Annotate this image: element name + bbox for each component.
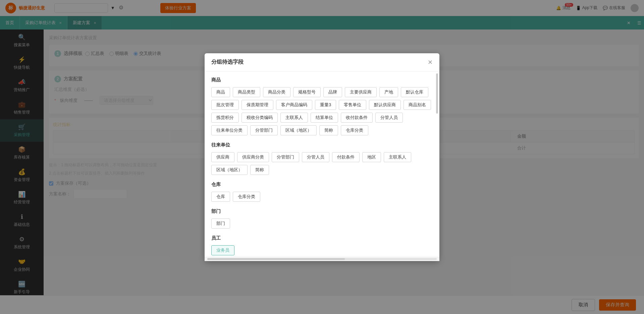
field-tag[interactable]: 收付款条件 [341,113,373,123]
field-tag[interactable]: 结算单位 [311,113,338,123]
section-dept: 部门 部门 [211,208,433,229]
field-tag[interactable]: 商品类型 [233,87,260,97]
section-dept-tags: 部门 [211,218,433,229]
field-tag[interactable]: 区域（地区） [211,165,248,175]
modal-title: 分组待选字段 [211,59,244,66]
field-tag[interactable]: 往来单位分类 [211,125,248,135]
modal-close-button[interactable]: ✕ [428,59,433,66]
section-goods-tags: 商品 商品类型 商品分类 规格型号 品牌 主要供应商 产地 默认仓库 批次管理 … [211,87,433,135]
field-tag[interactable]: 默认供应商 [369,100,401,110]
field-tag[interactable]: 分管人员 [375,113,403,123]
field-tag[interactable]: 简称 [319,125,338,135]
modal-backdrop: 分组待选字段 ✕ 商品 商品 商品类型 商品分类 规格型号 品牌 主要供应商 产… [0,0,644,314]
modal-body[interactable]: 商品 商品 商品类型 商品分类 规格型号 品牌 主要供应商 产地 默认仓库 批次… [205,72,439,257]
field-tag[interactable]: 商品 [211,87,230,97]
section-warehouse-tags: 仓库 仓库分类 [211,192,433,202]
field-tag[interactable]: 分管人员 [302,152,329,162]
field-tag[interactable]: 税收分类编码 [241,113,278,123]
field-tag[interactable]: 商品别名 [404,100,431,110]
field-tag[interactable]: 保质期管理 [241,100,273,110]
field-tag[interactable]: 分管部门 [250,125,278,135]
field-tag[interactable]: 零售单位 [339,100,366,110]
field-tag[interactable]: 批次管理 [211,100,239,110]
field-tag[interactable]: 商品分类 [263,87,290,97]
section-partner-tags: 供应商 供应商分类 分管部门 分管人员 付款条件 地区 主联系人 区域（地区） … [211,152,433,175]
field-tag[interactable]: 供应商分类 [237,152,269,162]
section-dept-title: 部门 [211,208,433,214]
field-tag-salesperson[interactable]: 业务员 [211,245,234,255]
field-tag[interactable]: 地区 [362,152,381,162]
section-warehouse-title: 仓库 [211,182,433,188]
section-partner: 往来单位 供应商 供应商分类 分管部门 分管人员 付款条件 地区 主联系人 区域… [211,142,433,175]
field-tag[interactable]: 分管部门 [272,152,299,162]
field-tag[interactable]: 主要供应商 [345,87,377,97]
field-tag[interactable]: 供应商 [211,152,234,162]
field-tag[interactable]: 重量3 [315,100,336,110]
section-partner-title: 往来单位 [211,142,433,148]
field-tag[interactable]: 仓库 [211,192,230,202]
field-tag[interactable]: 仓库分类 [341,125,368,135]
field-tag[interactable]: 主联系人 [384,152,411,162]
section-employee-title: 员工 [211,235,433,241]
field-tag[interactable]: 品牌 [323,87,342,97]
modal-header: 分组待选字段 ✕ [205,53,439,72]
field-tag[interactable]: 默认仓库 [401,87,428,97]
section-employee: 员工 业务员 [211,235,433,255]
field-tag[interactable]: 主联系人 [280,113,308,123]
field-tag[interactable]: 区域（地区） [280,125,317,135]
section-goods: 商品 商品 商品类型 商品分类 规格型号 品牌 主要供应商 产地 默认仓库 批次… [211,77,433,135]
field-tag[interactable]: 拣货积分 [211,113,239,123]
section-warehouse: 仓库 仓库 仓库分类 [211,182,433,202]
section-employee-tags: 业务员 [211,245,433,255]
field-tag[interactable]: 产地 [379,87,398,97]
field-tag[interactable]: 部门 [211,218,230,229]
section-goods-title: 商品 [211,77,433,83]
field-tag[interactable]: 付款条件 [332,152,360,162]
field-tag[interactable]: 简称 [250,165,269,175]
field-tag[interactable]: 客户商品编码 [276,100,312,110]
field-tag[interactable]: 仓库分类 [233,192,260,202]
field-tag[interactable]: 规格型号 [293,87,321,97]
field-selection-modal: 分组待选字段 ✕ 商品 商品 商品类型 商品分类 规格型号 品牌 主要供应商 产… [205,53,439,261]
modal-horizontal-scrollbar[interactable] [205,257,439,261]
modal-scrollbar[interactable] [436,71,438,261]
